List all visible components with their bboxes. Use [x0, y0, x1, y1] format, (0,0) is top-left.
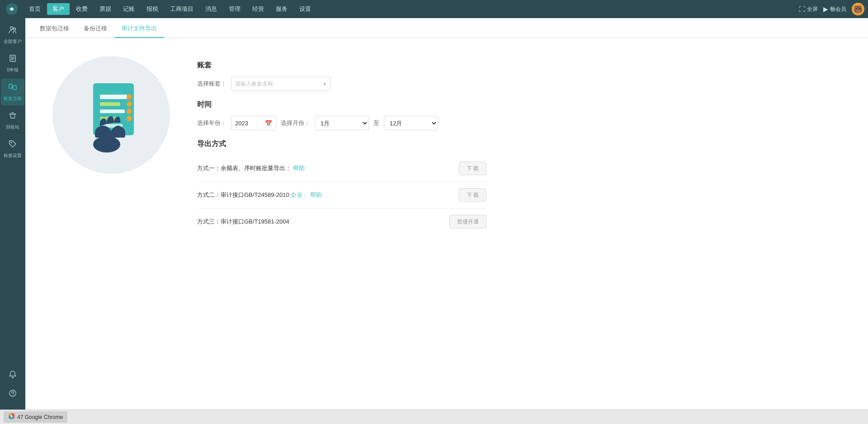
svg-point-12 — [12, 395, 13, 395]
svg-point-23 — [93, 136, 120, 152]
chrome-icon — [8, 413, 14, 421]
top-nav: 首页 客户 收费 票据 记账 报税 工商项目 消息 管理 经营 服务 设置 ⛶ … — [0, 0, 868, 18]
method-2-download-btn[interactable]: 下 载 — [459, 188, 486, 202]
svg-rect-14 — [100, 95, 127, 99]
month-start-select[interactable]: 1月2月3月4月 5月6月7月8月 9月10月11月12月 — [315, 116, 369, 130]
svg-point-1 — [10, 8, 13, 10]
fullscreen-icon: ⛶ — [799, 5, 805, 13]
calendar-icon: 📅 — [265, 120, 272, 127]
month-end-select[interactable]: 1月2月3月4月 5月6月7月8月 9月10月11月12月 — [384, 116, 438, 130]
svg-point-21 — [127, 109, 132, 114]
svg-point-22 — [127, 116, 132, 121]
month-connector: 至 — [373, 119, 379, 127]
nav-service[interactable]: 服务 — [270, 3, 293, 15]
sidebar-label-tag-settings: 标签设置 — [4, 152, 22, 159]
account-section-title: 账套 — [197, 61, 841, 70]
sidebar-item-recycle[interactable]: 回收站 — [1, 107, 24, 134]
svg-point-3 — [14, 28, 16, 30]
tab-backup-migrate[interactable]: 备份迁移 — [76, 20, 114, 38]
export-method-2: 方式二：审计接口GB/T24589-2010 企业： 帮助 下 载 — [197, 182, 486, 209]
page-content: 账套 选择账套： 请输入账套名称 ▾ 时间 选择年份： 2023 📅 — [25, 38, 868, 410]
account-row: 选择账套： 请输入账套名称 ▾ — [197, 76, 841, 91]
sidebar-label-all-customers: 全部客户 — [4, 38, 22, 45]
tab-bar: 数据包迁移 备份迁移 审计文件导出 — [25, 18, 868, 38]
svg-point-10 — [11, 142, 12, 143]
sidebar-label-recycle: 回收站 — [6, 124, 19, 130]
method-1-text: 方式一：余额表、序时账批量导出： 帮助 — [197, 164, 305, 172]
nav-customer[interactable]: 客户 — [47, 3, 70, 15]
vip-btn[interactable]: ▶ 畅会员 — [823, 5, 846, 13]
play-icon: ▶ — [823, 5, 828, 13]
sidebar: 全部客户 0申报 账套迁移 — [0, 18, 25, 410]
tax-return-icon — [8, 54, 17, 65]
account-label: 选择账套： — [197, 80, 226, 88]
chrome-taskbar-item[interactable]: 47 Google Chrome — [4, 411, 67, 423]
svg-point-19 — [127, 94, 132, 100]
nav-economy[interactable]: 经营 — [247, 3, 269, 15]
nav-manage[interactable]: 管理 — [223, 3, 246, 15]
method-1-download-btn[interactable]: 下 载 — [459, 162, 486, 175]
fullscreen-label: 全屏 — [807, 5, 818, 13]
nav-home[interactable]: 首页 — [24, 3, 46, 15]
account-select[interactable]: 请输入账套名称 ▾ — [231, 76, 330, 91]
time-section-title: 时间 — [197, 100, 841, 110]
export-method-1: 方式一：余额表、序时账批量导出： 帮助 下 载 — [197, 155, 486, 182]
svg-rect-9 — [13, 86, 16, 90]
sidebar-help[interactable] — [1, 385, 24, 402]
sidebar-item-tag-settings[interactable]: 标签设置 — [1, 136, 24, 162]
nav-business[interactable]: 工商项目 — [165, 3, 199, 15]
form-area: 账套 选择账套： 请输入账套名称 ▾ 时间 选择年份： 2023 📅 — [197, 56, 841, 235]
sidebar-label-tax-return: 0申报 — [7, 67, 19, 73]
svg-point-20 — [127, 101, 132, 107]
method-2-text: 方式二：审计接口GB/T24589-2010 企业： 帮助 — [197, 191, 322, 199]
sidebar-label-account-migrate: 账套迁移 — [4, 95, 22, 102]
export-method-3: 方式三：审计接口GB/T19581-2004 暂缓开通 — [197, 209, 486, 235]
nav-invoice[interactable]: 票据 — [94, 3, 117, 15]
main-layout: 全部客户 0申报 账套迁移 — [0, 18, 868, 410]
app-logo[interactable] — [4, 1, 20, 17]
method-2-help[interactable]: 帮助 — [310, 191, 322, 198]
month-label: 选择月份： — [281, 119, 310, 127]
chrome-taskbar-label: 47 Google Chrome — [17, 414, 63, 420]
year-label: 选择年份： — [197, 119, 226, 127]
tab-audit-export[interactable]: 审计文件导出 — [114, 20, 164, 38]
nav-bookkeeping[interactable]: 记账 — [118, 3, 140, 15]
nav-message[interactable]: 消息 — [200, 3, 222, 15]
nav-fee[interactable]: 收费 — [71, 3, 93, 15]
time-row: 选择年份： 2023 📅 选择月份： 1月2月3月4月 5月6月7月8月 9月1… — [197, 116, 841, 130]
method-1-help[interactable]: 帮助 — [293, 165, 305, 172]
sidebar-item-tax-return[interactable]: 0申报 — [1, 50, 24, 77]
year-input[interactable]: 2023 📅 — [231, 116, 276, 130]
method-3-text: 方式三：审计接口GB/T19581-2004 — [197, 218, 289, 226]
content-area: 数据包迁移 备份迁移 审计文件导出 — [25, 18, 868, 410]
svg-point-11 — [9, 390, 16, 396]
nav-settings[interactable]: 设置 — [294, 3, 316, 15]
taskbar: 47 Google Chrome — [0, 410, 868, 424]
svg-rect-16 — [100, 110, 125, 113]
account-placeholder: 请输入账套名称 — [235, 80, 273, 88]
nav-tax[interactable]: 报税 — [141, 3, 164, 15]
nav-items: 首页 客户 收费 票据 记账 报税 工商项目 消息 管理 经营 服务 设置 — [24, 3, 799, 15]
avatar[interactable]: 🐻 — [852, 3, 864, 15]
method-2-company: 企业： — [291, 191, 308, 198]
sidebar-notification[interactable] — [1, 366, 24, 383]
sidebar-bottom — [1, 366, 24, 406]
audit-illustration — [75, 74, 147, 156]
method-3-vip-btn[interactable]: 暂缓开通 — [449, 215, 486, 229]
fullscreen-btn[interactable]: ⛶ 全屏 — [799, 5, 818, 13]
svg-rect-15 — [100, 102, 120, 106]
year-value: 2023 — [235, 120, 248, 127]
svg-point-2 — [10, 27, 13, 29]
account-migrate-icon — [8, 82, 17, 94]
notification-icon — [8, 370, 17, 380]
tab-data-migrate[interactable]: 数据包迁移 — [33, 20, 76, 38]
avatar-icon: 🐻 — [854, 5, 863, 14]
sidebar-item-all-customers[interactable]: 全部客户 — [1, 22, 24, 48]
customers-icon — [8, 25, 17, 37]
tag-icon — [8, 139, 17, 151]
export-section-title: 导出方式 — [197, 139, 841, 149]
illustration-circle — [52, 56, 170, 174]
sidebar-item-account-migrate[interactable]: 账套迁移 — [1, 79, 24, 105]
top-nav-right: ⛶ 全屏 ▶ 畅会员 🐻 — [799, 3, 864, 15]
help-icon — [8, 389, 17, 399]
